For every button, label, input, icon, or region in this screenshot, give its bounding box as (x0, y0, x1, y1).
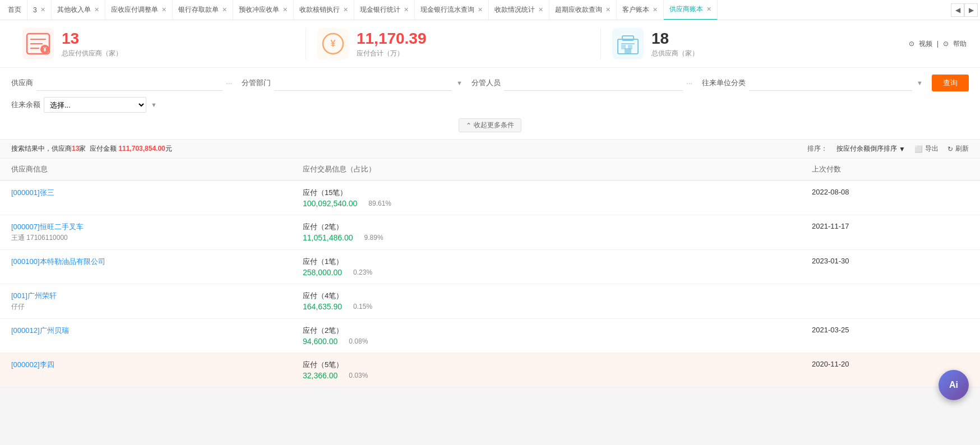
refresh-icon: ↻ (947, 145, 953, 153)
dept-chevron-icon[interactable]: ▼ (456, 80, 463, 86)
nav-tab-3[interactable]: 3 ✕ (27, 0, 52, 20)
nav-prev-button[interactable]: ◀ (951, 3, 964, 17)
tx-amount-5[interactable]: 32,366.00 (303, 371, 338, 380)
nav-tab-home-label: 首页 (8, 5, 21, 15)
export-button[interactable]: ⬜ 导出 (914, 144, 939, 154)
nav-tab-collection-stats-close[interactable]: ✕ (538, 6, 543, 13)
nav-tab-overdue-close[interactable]: ✕ (605, 6, 611, 13)
total-suppliers-icon (612, 28, 644, 59)
col-header-lastpay: 上次付数 (812, 164, 969, 174)
nav-next-button[interactable]: ▶ (964, 3, 978, 17)
nav-tab-collection[interactable]: 收款核销执行 ✕ (294, 0, 354, 20)
transaction-cell-3: 应付（4笔） 164,635.90 0.15% (303, 291, 812, 311)
summary-card-total-suppliers: 18 总供应商（家） (601, 28, 895, 59)
nav-tab-cash-flow-close[interactable]: ✕ (478, 6, 483, 13)
lastpay-cell-4: 2021-03-25 (812, 326, 969, 334)
tx-label-4: 应付（2笔） (303, 326, 812, 336)
help-link[interactable]: 帮助 (953, 39, 967, 49)
supplier-sub-3: 仔仔 (11, 302, 303, 312)
nav-tab-cash-stats-label: 现金银行统计 (360, 5, 400, 15)
video-link[interactable]: 视频 (919, 39, 932, 49)
category-input[interactable] (749, 75, 913, 91)
table-header: 供应商信息 应付交易信息（占比） 上次付数 (0, 159, 980, 181)
results-actions: 排序： 按应付余额倒序排序 ▼ ⬜ 导出 ↻ 刷新 (807, 144, 969, 154)
nav-tab-adjustment-close[interactable]: ✕ (161, 6, 167, 13)
tx-label-3: 应付（4笔） (303, 291, 812, 301)
nav-tab-overdue[interactable]: 超期应收款查询 ✕ (549, 0, 617, 20)
nav-tab-bank-close[interactable]: ✕ (222, 6, 227, 13)
balance-chevron-icon[interactable]: ▼ (151, 101, 157, 108)
top-navigation: 首页 3 ✕ 其他收入单 ✕ 应收应付调整单 ✕ 银行存取款单 ✕ 预收冲应收单… (0, 0, 980, 20)
person-input[interactable] (504, 75, 683, 91)
lastpay-cell-1: 2021-11-17 (812, 222, 969, 230)
nav-tab-cash-flow-label: 现金银行流水查询 (420, 5, 474, 15)
tx-amount-4[interactable]: 94,600.00 (303, 337, 338, 346)
nav-tab-other-income-close[interactable]: ✕ (94, 6, 99, 13)
results-text: 搜索结果中，供应商13家 应付金额 111,703,854.00元 (11, 145, 172, 152)
nav-tab-advance-label: 预收冲应收单 (239, 5, 279, 15)
col-header-transaction: 应付交易信息（占比） (303, 164, 812, 174)
nav-tab-customer-book[interactable]: 客户账本 ✕ (617, 0, 664, 20)
nav-tab-adjustment[interactable]: 应收应付调整单 ✕ (105, 0, 173, 20)
dept-input[interactable] (274, 75, 452, 91)
table-row: [001]广州荣轩 仔仔 应付（4笔） 164,635.90 0.15% (0, 284, 980, 319)
collapse-button[interactable]: ⌃ 收起更多条件 (459, 118, 521, 132)
nav-tab-cash-flow[interactable]: 现金银行流水查询 ✕ (415, 0, 489, 20)
refresh-button[interactable]: ↻ 刷新 (947, 144, 969, 154)
tx-amount-1[interactable]: 11,051,486.00 (303, 233, 353, 242)
payable-total-number: 11,170.39 (357, 29, 589, 48)
nav-tab-supplier-book[interactable]: 供应商账本 ✕ (664, 0, 718, 20)
collapse-label: 收起更多条件 (474, 120, 514, 130)
supplier-input[interactable] (36, 75, 223, 91)
supplier-link-1[interactable]: [000007]恒旺二手叉车 (11, 222, 303, 232)
transaction-cell-1: 应付（2笔） 11,051,486.00 9.89% (303, 222, 812, 242)
nav-tab-bank[interactable]: 银行存取款单 ✕ (173, 0, 233, 20)
table-row: [000001]张三 应付（15笔） 100,092,540.00 89.61%… (0, 181, 980, 215)
tx-percent-4: 0.08% (349, 337, 368, 345)
results-info: 搜索结果中，供应商13家 应付金额 111,703,854.00元 (11, 144, 172, 154)
payable-suppliers-number: 13 (62, 29, 294, 48)
category-chevron-icon[interactable]: ▼ (917, 80, 923, 86)
supplier-link-4[interactable]: [000012]广州贝瑞 (11, 326, 303, 336)
nav-tab-customer-book-close[interactable]: ✕ (653, 6, 658, 13)
nav-tab-supplier-book-close[interactable]: ✕ (706, 6, 711, 13)
tx-amount-3[interactable]: 164,635.90 (303, 302, 342, 311)
sort-label: 排序： (807, 144, 828, 154)
table-row: [000007]恒旺二手叉车 王通 17106110000 应付（2笔） 11,… (0, 215, 980, 250)
nav-tab-collection-close[interactable]: ✕ (343, 6, 348, 13)
summary-card-1-content: 13 总应付供应商（家） (62, 29, 294, 59)
supplier-sub-1: 王通 17106110000 (11, 233, 303, 243)
supplier-link-2[interactable]: [000100]本特勒油品有限公司 (11, 257, 303, 267)
nav-tab-other-income[interactable]: 其他收入单 ✕ (52, 0, 105, 20)
balance-select[interactable]: 选择... (44, 97, 146, 113)
nav-tab-collection-stats[interactable]: 收款情况统计 ✕ (489, 0, 549, 20)
supplier-link-5[interactable]: [000002]李四 (11, 360, 303, 370)
nav-tab-adjustment-label: 应收应付调整单 (111, 5, 158, 15)
nav-tab-cash-stats-close[interactable]: ✕ (404, 6, 409, 13)
supplier-cell-3: [001]广州荣轩 仔仔 (11, 291, 303, 312)
search-button[interactable]: 查询 (932, 75, 969, 91)
tx-label-5: 应付（5笔） (303, 360, 812, 370)
nav-tab-advance-close[interactable]: ✕ (283, 6, 288, 13)
supplier-link-0[interactable]: [000001]张三 (11, 188, 303, 198)
sort-select[interactable]: 按应付余额倒序排序 ▼ (836, 144, 905, 154)
supplier-link-3[interactable]: [001]广州荣轩 (11, 291, 303, 301)
nav-tab-cash-stats[interactable]: 现金银行统计 ✕ (354, 0, 415, 20)
nav-tab-3-close[interactable]: ✕ (40, 6, 45, 13)
nav-tab-advance[interactable]: 预收冲应收单 ✕ (233, 0, 294, 20)
supplier-cell-1: [000007]恒旺二手叉车 王通 17106110000 (11, 222, 303, 243)
supplier-dots-icon[interactable]: ··· (226, 78, 233, 87)
lastpay-cell-5: 2020-11-20 (812, 360, 969, 368)
table-row: [000100]本特勒油品有限公司 应付（1笔） 258,000.00 0.23… (0, 250, 980, 284)
nav-tab-home[interactable]: 首页 (2, 0, 27, 20)
person-dots-icon[interactable]: ··· (686, 78, 693, 87)
svg-text:¥: ¥ (43, 47, 47, 53)
table-row: [000002]李四 应付（5笔） 32,366.00 0.03% 2020-1… (0, 353, 980, 387)
help-icon: ⊙ (943, 40, 949, 48)
svg-rect-15 (625, 48, 631, 54)
lastpay-cell-0: 2022-08-08 (812, 188, 969, 196)
filter-row-2: 往来余额 选择... ▼ (11, 97, 969, 113)
tx-amount-2[interactable]: 258,000.00 (303, 268, 342, 277)
total-suppliers-label: 总供应商（家） (651, 49, 884, 58)
tx-amount-0[interactable]: 100,092,540.00 (303, 199, 357, 208)
